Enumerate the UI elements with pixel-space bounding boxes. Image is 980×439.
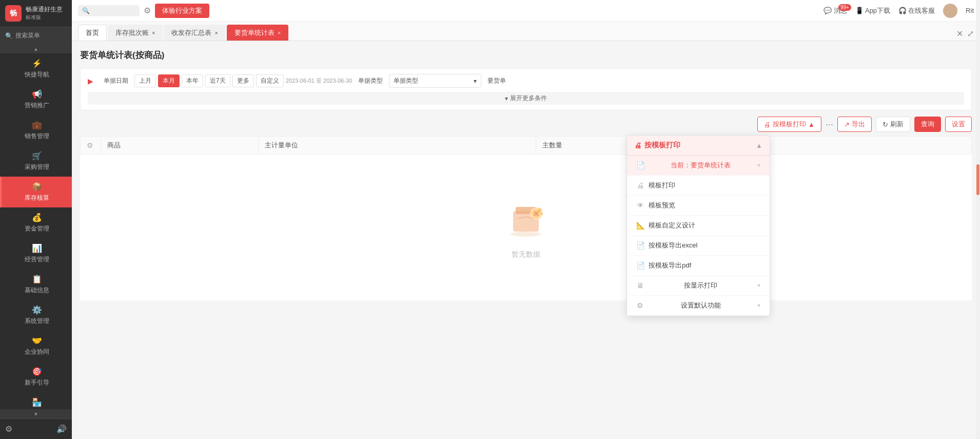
topbar-gear-icon[interactable]: ⚙ [144,6,151,15]
sidebar-item-appstore[interactable]: 🏪 应用中心 [0,392,72,409]
tab-revenue-summary[interactable]: 收发存汇总表 × [164,25,225,41]
sidebar-item-sales[interactable]: 💼 销售管理 [0,115,72,146]
sidebar-item-newbie[interactable]: 🎯 新手引导 [0,361,72,392]
app-download-btn[interactable]: 📱 App下载 [855,6,890,15]
finance-icon: 💰 [32,213,42,222]
tab-maximize-icon[interactable]: ⤢ [967,29,974,39]
appstore-icon: 🏪 [32,397,42,407]
date-btn-custom[interactable]: 自定义 [256,74,284,87]
template-print-button[interactable]: 🖨 按模板打印 ▲ [757,117,821,132]
date-btn-more[interactable]: 更多 [232,74,254,87]
sidebar: 畅 畅康通好生意 标准版 🔍 搜索菜单 ▲ ⚡ 快捷导航 📢 营销推广 💼 销售… [0,0,72,439]
dropdown-display-print[interactable]: 🖥 按显示打印 ▾ [627,276,770,296]
date-btn-last-month[interactable]: 上月 [134,74,156,87]
marketing-icon: 📢 [32,89,42,99]
tab-order-stats[interactable]: 要货单统计表 × [227,25,288,41]
dropdown-template-print[interactable]: 🖨 模板打印 [627,176,770,196]
search-icon: 🔍 [5,32,13,40]
svg-point-8 [541,213,543,215]
topbar: 🔍 ⚙ 体验行业方案 💬 消息 99+ 📱 App下载 🎧 在线客服 Rit [72,0,980,22]
sidebar-scroll-down[interactable]: ▼ [0,409,72,418]
empty-state: 暂无数据 [81,155,972,300]
template-preview-icon: 👁 [636,201,644,209]
empty-text: 暂无数据 [512,250,540,259]
date-filter-group: 上月 本月 本年 近7天 更多 自定义 2023-06-01 至 2023-06… [134,74,352,87]
page-title: 要货单统计表(按商品) [80,49,972,61]
query-button[interactable]: 查询 [914,117,941,132]
speaker-icon[interactable]: 🔊 [56,424,67,434]
export-icon: ↗ [844,121,850,128]
message-icon: 💬 [824,7,832,14]
logo-text: 畅康通好生意 标准版 [26,6,63,21]
table-column-settings-icon[interactable]: ⚙ [87,141,93,149]
settings-bottom-icon[interactable]: ⚙ [5,424,12,434]
print-chevron-up-icon: ▲ [808,121,815,128]
chevron-down-icon: ▾ [505,95,508,102]
tab-close-all-icon[interactable]: ✕ [956,29,963,39]
order-type-select[interactable]: 单据类型 ▾ [389,74,481,88]
page-content: 要货单统计表(按商品) ▶ 单据日期 上月 本月 本年 近7天 更多 自定义 2… [72,41,980,439]
svg-point-0 [511,232,541,237]
tabs-bar: 首页 库存批次账 × 收发存汇总表 × 要货单统计表 × ✕ ⤢ [72,22,980,41]
sidebar-item-quick[interactable]: ⚡ 快捷导航 [0,53,72,84]
template-excel-icon: 📄 [636,241,644,250]
default-func-chevron: ▾ [757,302,760,309]
display-print-icon: 🖥 [636,281,644,290]
messages-btn[interactable]: 💬 消息 99+ [824,6,847,15]
refresh-button[interactable]: ↻ 刷新 [876,117,910,132]
dropdown-template-pdf[interactable]: 📄 按模板导出pdf [627,256,770,276]
sidebar-item-basic[interactable]: 📋 基础信息 [0,269,72,300]
right-scrollbar[interactable] [976,0,980,439]
system-icon: ⚙️ [32,305,42,315]
date-btn-this-month[interactable]: 本月 [158,74,180,87]
quick-icon: ⚡ [32,59,42,68]
dropdown-up-icon[interactable]: ▲ [756,142,762,149]
export-button[interactable]: ↗ 导出 [837,117,872,132]
filter-bar: ▶ 单据日期 上月 本月 本年 近7天 更多 自定义 2023-06-01 至 … [80,68,972,110]
sidebar-item-marketing[interactable]: 📢 营销推广 [0,84,72,115]
user-avatar[interactable] [943,4,957,18]
sidebar-item-finance[interactable]: 💰 资金管理 [0,207,72,238]
dropdown-template-excel[interactable]: 📄 按模板导出excel [627,236,770,256]
date-btn-this-year[interactable]: 本年 [182,74,203,87]
sidebar-item-purchase[interactable]: 🛒 采购管理 [0,146,72,177]
sidebar-scroll-up[interactable]: ▲ [0,44,72,53]
tab-close-inventory-batch[interactable]: × [152,30,155,36]
topbar-search-box[interactable]: 🔍 [78,5,140,16]
dropdown-template-custom[interactable]: 📐 模板自定义设计 [627,216,770,236]
filter-collapse-icon[interactable]: ▶ [88,77,93,85]
print-dropdown-wrapper: 🖨 按模板打印 ▲ 🖨 按模板打印 ▲ [757,117,821,132]
topbar-left: 🔍 ⚙ 体验行业方案 [78,4,209,18]
online-service-btn[interactable]: 🎧 在线客服 [898,6,935,15]
empty-illustration [503,196,549,242]
tab-close-revenue-summary[interactable]: × [214,30,218,36]
expand-more-conditions-btn[interactable]: ▾ 展开更多条件 [88,92,964,105]
basic-icon: 📋 [32,274,42,284]
col-header-unit: 主计量单位 [258,137,536,155]
sidebar-item-inventory[interactable]: 📦 库存核算 [0,177,72,207]
sidebar-item-collab[interactable]: 🤝 企业协同 [0,331,72,361]
inventory-icon: 📦 [32,182,42,192]
display-print-chevron: ▾ [757,282,760,289]
dropdown-current-template[interactable]: 📄 当前：要货单统计表 ▾ [627,156,770,176]
settings-button[interactable]: 设置 [945,117,972,132]
toolbar-more-btn[interactable]: ··· [826,119,833,130]
tab-home[interactable]: 首页 [78,25,107,41]
tab-inventory-batch[interactable]: 库存批次账 × [108,25,163,41]
sidebar-nav: ⚡ 快捷导航 📢 营销推广 💼 销售管理 🛒 采购管理 📦 库存核算 💰 资金管… [0,53,72,409]
headset-icon: 🎧 [898,7,907,14]
sidebar-item-operation[interactable]: 📊 经营管理 [0,238,72,269]
sidebar-item-system[interactable]: ⚙️ 系统管理 [0,300,72,331]
tab-close-order-stats[interactable]: × [278,30,281,36]
dropdown-print-icon: 🖨 [634,141,641,149]
toolbar: 🖨 按模板打印 ▲ 🖨 按模板打印 ▲ [80,117,972,132]
sidebar-search[interactable]: 🔍 搜索菜单 [0,27,72,44]
default-func-icon: ⚙ [636,301,644,310]
collab-icon: 🤝 [32,336,42,346]
sidebar-bottom: ⚙ 🔊 [0,418,72,439]
trial-industry-button[interactable]: 体验行业方案 [155,4,209,18]
col-header-product: 商品 [101,137,259,155]
dropdown-default-func[interactable]: ⚙ 设置默认功能 ▾ [627,296,770,316]
date-btn-7days[interactable]: 近7天 [205,74,230,87]
dropdown-template-preview[interactable]: 👁 模板预览 [627,196,770,216]
